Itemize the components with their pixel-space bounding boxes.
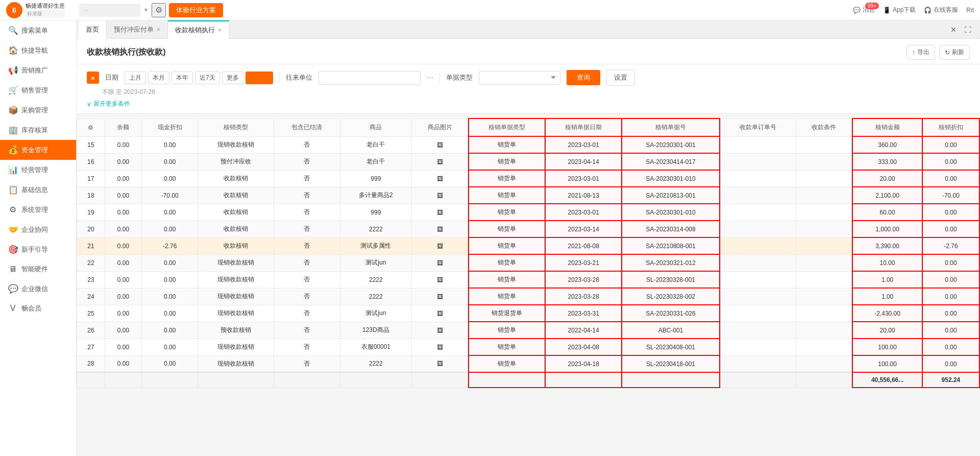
cell-writeoff-amount: 1,000.00 — [852, 221, 922, 237]
query-button[interactable]: 查询 — [567, 70, 600, 85]
cell-id: 25 — [77, 305, 105, 322]
cell-writeoff-doc-type: 销货单 — [469, 339, 545, 355]
cell-writeoff-doc-date: 2023-03-31 — [545, 305, 622, 322]
cell-settled: 否 — [274, 187, 340, 204]
sidebar-item-hardware[interactable]: 🖥 智能硬件 — [0, 259, 76, 279]
header-actions: ↑ 导出 ↻ 刷新 — [906, 45, 970, 60]
cell-cash-discount: 0.00 — [141, 221, 198, 237]
date-btn-more[interactable]: 更多 — [222, 71, 243, 84]
table-row: 160.000.00预付冲应收否老白干🖼销货单2023-04-14SA-2023… — [77, 153, 980, 170]
cell-settled: 否 — [274, 170, 340, 187]
cell-id: 20 — [77, 221, 105, 237]
sidebar-label-finance: 资金管理 — [21, 146, 48, 155]
counterparty-more-icon[interactable]: ··· — [427, 73, 433, 82]
online-service-button[interactable]: 🎧 在线客服 — [924, 6, 958, 14]
cell-writeoff-doc-no[interactable]: SA-20230301-010 — [622, 204, 719, 221]
filter-expand-button[interactable]: » — [87, 71, 99, 84]
sidebar-item-finance[interactable]: 💰 资金管理 — [0, 140, 76, 160]
cell-writeoff-doc-date: 2023-03-01 — [545, 204, 622, 221]
cell-settled: 否 — [274, 271, 340, 288]
sidebar-item-wechat[interactable]: 💬 企业微信 — [0, 279, 76, 299]
cell-settled: 否 — [274, 237, 340, 254]
sidebar-item-marketing[interactable]: 📢 营销推广 — [0, 60, 76, 80]
cell-goods: 999 — [340, 204, 411, 221]
cell-cash-discount: 0.00 — [141, 136, 198, 153]
date-btn-this-month[interactable]: 本月 — [148, 71, 169, 84]
sidebar-item-quicknav[interactable]: 🏠 快捷导航 — [0, 40, 76, 60]
tab-expand-btn[interactable]: ⛶ — [962, 23, 974, 36]
cell-goods-image: 🖼 — [412, 170, 469, 187]
tab-writeoff[interactable]: 收款核销执行 × — [168, 20, 229, 39]
tab-home[interactable]: 首页 — [79, 20, 107, 39]
export-button[interactable]: ↑ 导出 — [906, 45, 935, 60]
sidebar-item-basic[interactable]: 📋 基础信息 — [0, 180, 76, 200]
sidebar-item-operations[interactable]: 📊 经营管理 — [0, 160, 76, 180]
sidebar-item-inventory[interactable]: 🏢 库存核算 — [0, 120, 76, 140]
cell-writeoff-doc-no[interactable]: SA-20230314-008 — [622, 221, 719, 237]
tab-close-btn[interactable]: ✕ — [947, 23, 960, 36]
messages-button[interactable]: 💬 消息 99+ — [853, 6, 875, 14]
cell-goods-image: 🖼 — [412, 355, 469, 372]
cell-goods-image: 🖼 — [412, 305, 469, 322]
cell-settled: 否 — [274, 355, 340, 372]
cell-goods: 衣服00001 — [340, 339, 411, 355]
sidebar-item-search[interactable]: 🔍 搜索菜单 — [0, 20, 76, 40]
sidebar-label-quicknav: 快捷导航 — [21, 46, 48, 55]
tab-prepay-close[interactable]: × — [157, 26, 160, 33]
cell-id: 16 — [77, 153, 105, 170]
summary-writeoff-discount: 952.24 — [922, 372, 979, 388]
expand-more-conditions[interactable]: ∨ 展开更多条件 — [87, 100, 970, 108]
cell-writeoff-doc-no[interactable]: SA-20210813-001 — [622, 187, 719, 204]
cell-writeoff-doc-date: 2023-03-01 — [545, 170, 622, 187]
app-download-button[interactable]: 📱 App下载 — [883, 6, 916, 14]
filter-divider-1 — [279, 73, 280, 83]
cell-writeoff-doc-no[interactable]: SL-20230328-002 — [622, 288, 719, 305]
th-settings[interactable]: ⚙ — [77, 118, 105, 136]
dropdown-arrow-icon[interactable]: ▼ — [143, 7, 149, 13]
cell-writeoff-doc-type: 销货单 — [469, 204, 545, 221]
cell-goods: 2222 — [340, 288, 411, 305]
cell-writeoff-doc-no[interactable]: SL-20230328-001 — [622, 271, 719, 288]
sidebar-item-guide[interactable]: 🎯 新手引导 — [0, 239, 76, 259]
trial-button[interactable]: 体验行业方案 — [169, 3, 223, 17]
voucher-type-select[interactable] — [479, 71, 560, 85]
cell-writeoff-discount: 0.00 — [922, 254, 979, 271]
cell-writeoff-doc-no[interactable]: ABC-001 — [622, 322, 719, 339]
settings-button[interactable]: 设置 — [606, 69, 635, 86]
gear-button[interactable]: ⚙ — [152, 3, 166, 17]
cell-writeoff-doc-no[interactable]: SA-20230414-017 — [622, 153, 719, 170]
cell-writeoff-doc-date: 2023-03-21 — [545, 254, 622, 271]
tab-prepay[interactable]: 预付冲应付单 × — [107, 20, 168, 39]
sidebar-label-hardware: 智能硬件 — [21, 265, 48, 274]
refresh-button[interactable]: ↻ 刷新 — [939, 45, 970, 60]
cell-settled: 否 — [274, 339, 340, 355]
app-icon: 📱 — [883, 7, 891, 14]
sidebar-item-purchase[interactable]: 📦 采购管理 — [0, 100, 76, 120]
cell-writeoff-doc-no[interactable]: SL-20230408-001 — [622, 339, 719, 355]
sidebar-item-collab[interactable]: 🤝 企业协同 — [0, 220, 76, 239]
sidebar-item-sales[interactable]: 🛒 销售管理 — [0, 80, 76, 100]
cell-writeoff-discount: 0.00 — [922, 170, 979, 187]
date-btn-custom[interactable]: 自定义 — [246, 71, 273, 84]
cell-writeoff-doc-no[interactable]: SA-20230331-026 — [622, 305, 719, 322]
th-writeoff-discount: 核销折扣 — [922, 118, 979, 136]
cell-writeoff-doc-no[interactable]: SA-20230301-001 — [622, 136, 719, 153]
cell-writeoff-doc-no[interactable]: SA-20230301-010 — [622, 170, 719, 187]
cell-writeoff-doc-no[interactable]: SA-20230321-012 — [622, 254, 719, 271]
cell-writeoff-type: 预收款核销 — [198, 322, 274, 339]
sidebar-item-vip[interactable]: V 畅会员 — [0, 299, 76, 318]
cell-writeoff-doc-no[interactable]: SA-20210808-001 — [622, 237, 719, 254]
cell-writeoff-doc-no[interactable]: SL-20230418-001 — [622, 355, 719, 372]
cell-writeoff-amount: 333.00 — [852, 153, 922, 170]
sidebar-item-system[interactable]: ⚙ 系统管理 — [0, 200, 76, 220]
sidebar-label-marketing: 营销推广 — [21, 66, 48, 75]
date-btn-7days[interactable]: 近7天 — [195, 71, 220, 84]
tab-writeoff-close[interactable]: × — [218, 27, 222, 34]
date-btn-this-year[interactable]: 本年 — [172, 71, 193, 84]
table-row: 210.00-2.76收款核销否测试多属性🖼销货单2021-08-08SA-20… — [77, 237, 980, 254]
cell-id: 27 — [77, 339, 105, 355]
date-btn-last-month[interactable]: 上月 — [125, 71, 146, 84]
counterparty-input[interactable] — [318, 71, 421, 85]
cell-balance: 0.00 — [105, 288, 141, 305]
cell-writeoff-amount: 2,100.00 — [852, 187, 922, 204]
